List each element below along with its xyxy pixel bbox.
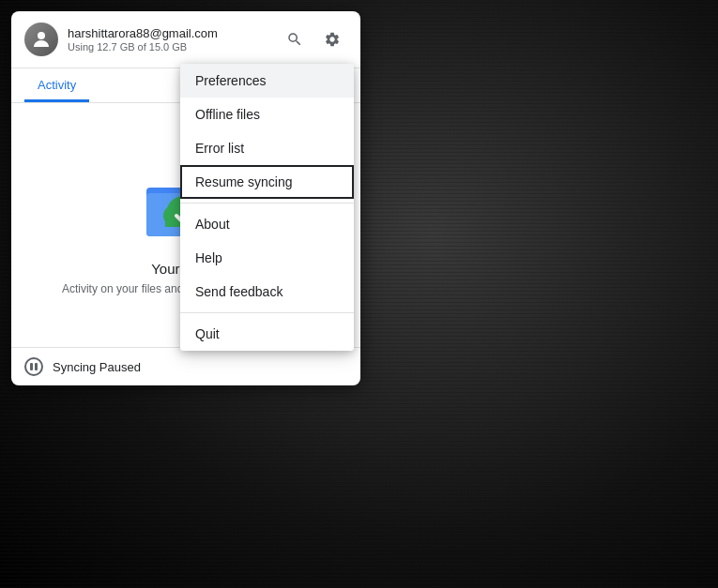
menu-item-quit[interactable]: Quit: [180, 317, 354, 351]
popup-footer: Syncing Paused: [11, 347, 360, 385]
pause-bar-right: [35, 363, 38, 370]
tab-activity[interactable]: Activity: [24, 68, 89, 102]
popup-card: harshittarora88@gmail.com Using 12.7 GB …: [11, 11, 360, 385]
avatar-image: [24, 23, 58, 56]
user-storage: Using 12.7 GB of 15.0 GB: [68, 41, 280, 53]
header-icons: [280, 24, 347, 54]
user-info: harshittarora88@gmail.com Using 12.7 GB …: [68, 26, 280, 53]
pause-bar-left: [30, 363, 33, 370]
menu-item-send-feedback[interactable]: Send feedback: [180, 275, 354, 309]
svg-point-0: [38, 32, 45, 39]
dropdown-menu: Preferences Offline files Error list Res…: [180, 64, 354, 351]
menu-divider-2: [180, 312, 354, 313]
footer-status: Syncing Paused: [53, 360, 141, 374]
search-icon: [286, 31, 303, 48]
pause-icon: [24, 357, 43, 376]
menu-item-offline-files[interactable]: Offline files: [180, 98, 354, 131]
menu-item-about[interactable]: About: [180, 207, 354, 241]
menu-divider: [180, 203, 354, 204]
pause-bars: [30, 363, 38, 370]
user-email: harshittarora88@gmail.com: [68, 26, 280, 40]
menu-item-resume-syncing[interactable]: Resume syncing: [180, 165, 354, 199]
search-button[interactable]: [280, 24, 310, 54]
menu-item-preferences[interactable]: Preferences: [180, 64, 354, 98]
menu-item-help[interactable]: Help: [180, 241, 354, 275]
menu-item-error-list[interactable]: Error list: [180, 131, 354, 165]
popup-header: harshittarora88@gmail.com Using 12.7 GB …: [11, 11, 360, 68]
settings-button[interactable]: [317, 24, 347, 54]
settings-icon: [324, 31, 341, 48]
avatar: [24, 23, 58, 56]
